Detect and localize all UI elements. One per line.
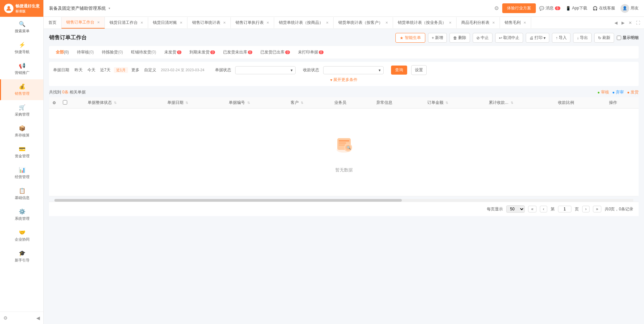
col-config: ⚙ (49, 97, 59, 109)
tab-cash-daily[interactable]: 钱货日清工作台✕ (105, 17, 148, 28)
settings-icon[interactable]: ⚙ (3, 315, 8, 321)
date-today[interactable]: 今天 (86, 67, 97, 74)
date-custom[interactable]: 自定义 (143, 67, 158, 74)
query-button[interactable]: 查询 (391, 66, 407, 75)
sidebar-item-system[interactable]: ⚙️ 系统管理 (0, 204, 43, 225)
delete-button[interactable]: 🗑 删除 (449, 33, 470, 43)
sub-tab-shipped-out[interactable]: 已发货已出库0 (257, 48, 293, 56)
print-button[interactable]: 🖨 打印 ▾ (526, 33, 549, 43)
user-profile-button[interactable]: 👤 用友 (620, 4, 639, 13)
table-body: 🔍 暂无数据 (49, 109, 639, 196)
tab-close-sales-product[interactable]: ✕ (326, 21, 329, 25)
select-all-checkbox[interactable] (63, 100, 67, 105)
sidebar-item-operations[interactable]: 📊 经营管理 (0, 163, 43, 184)
export-button[interactable]: ↓ 导出 (573, 33, 592, 43)
sidebar-item-finance[interactable]: 💳 资金管理 (0, 142, 43, 163)
tabs-close-all-icon[interactable]: ✕ (627, 20, 633, 26)
sub-tab-count-shipped-not-out: 0 (248, 50, 253, 54)
date-1month[interactable]: 近1月 (114, 67, 128, 73)
tab-close-sales-exec[interactable]: ✕ (266, 21, 269, 25)
date-7days[interactable]: 近7天 (99, 67, 112, 74)
message-button[interactable]: 💬 消息 6 (539, 5, 560, 11)
sub-tab-not-printed[interactable]: 未打印单据0 (295, 48, 327, 56)
app-download-button[interactable]: 📱 App下载 (566, 5, 587, 11)
tab-sales-staff[interactable]: 销货单统计表（按业务员）✕ (393, 17, 457, 28)
topbar-settings-icon[interactable]: ⚙ (494, 5, 499, 11)
sub-tab-pending-check[interactable]: 待拣验货(0) (98, 48, 126, 56)
status-select[interactable]: ▾ (235, 66, 296, 74)
sidebar-item-guide[interactable]: 🎓 新手引导 (0, 246, 43, 267)
sub-tab-all[interactable]: 全部(0) (52, 48, 72, 56)
cancel-stop-button[interactable]: ↩ 取消中止 (495, 33, 523, 43)
tab-sales-workbench[interactable]: 销售订单工作台✕ (61, 17, 105, 29)
stop-button[interactable]: ⊘ 中止 (473, 33, 492, 43)
tab-cash-reconcile[interactable]: 钱货日清对账✕ (148, 17, 187, 28)
audit-action[interactable]: ● 审核 (597, 89, 609, 95)
tab-close-margin-analysis[interactable]: ✕ (492, 21, 495, 25)
sidebar-item-inventory[interactable]: 📦 库存核算 (0, 121, 43, 142)
page-label2: 页 (575, 206, 579, 212)
next-page-button[interactable]: › (582, 206, 590, 212)
collapse-icon[interactable]: ◀ (36, 315, 40, 321)
trial-button[interactable]: 体验行业方案 (502, 3, 536, 13)
column-config-icon[interactable]: ⚙ (52, 100, 56, 105)
tab-close-sales-more[interactable]: ✕ (523, 21, 526, 25)
tab-sales-exec[interactable]: 销售订单执行表✕ (231, 17, 274, 28)
system-title-arrow[interactable]: ▾ (109, 6, 110, 10)
date-yesterday[interactable]: 昨天 (73, 67, 84, 74)
refresh-button[interactable]: ↻ 刷新 (594, 33, 614, 43)
cancel-audit-action[interactable]: ● 弃审 (612, 89, 624, 95)
sidebar-item-enterprise[interactable]: 🤝 企业协同 (0, 225, 43, 246)
scrollbar-thumb[interactable] (54, 199, 402, 202)
tab-close-cash-daily[interactable]: ✕ (140, 21, 143, 25)
stop-btn-label: 中止 (481, 35, 489, 41)
tabs-expand-icon[interactable]: ⛶ (635, 20, 641, 26)
sub-tab-shipped-not-out[interactable]: 已发货未出库0 (220, 48, 256, 56)
last-page-button[interactable]: » (593, 206, 601, 212)
tabs-prev-icon[interactable]: ◀ (613, 20, 619, 26)
tab-sales-more[interactable]: 销售毛利✕ (500, 17, 531, 28)
sidebar-item-marketing[interactable]: 📢 营销推广 (0, 58, 43, 79)
sidebar-item-quick-nav[interactable]: ⚡ 快捷导航 (0, 38, 43, 58)
menu-label-system: 系统管理 (15, 216, 30, 221)
tab-sales-product[interactable]: 销货单统计表（按商品）✕ (274, 17, 334, 28)
tab-close-sales-customer[interactable]: ✕ (385, 21, 388, 25)
online-service-button[interactable]: 🎧 在线客服 (593, 5, 615, 11)
sidebar-item-search[interactable]: 🔍 搜索菜单 (0, 17, 43, 38)
prev-page-button[interactable]: ‹ (540, 206, 547, 212)
show-detail-checkbox[interactable] (617, 36, 621, 40)
sub-tab-wangpu-ship[interactable]: 旺铺待发货(0) (128, 48, 160, 56)
per-page-select[interactable]: 10 20 50 100 (506, 205, 525, 213)
tab-close-cash-reconcile[interactable]: ✕ (180, 21, 182, 25)
horizontal-scrollbar[interactable] (54, 199, 633, 202)
sub-tab-pending-review[interactable]: 待审核(0) (74, 48, 97, 56)
sub-tab-count-not-shipped: 0 (177, 50, 182, 54)
sub-tab-not-shipped[interactable]: 未发货0 (161, 48, 185, 56)
smart-generate-button[interactable]: ★ 智能生单 (395, 33, 425, 43)
first-page-button[interactable]: « (528, 206, 536, 212)
sidebar-item-sales[interactable]: 💰 销售管理 (0, 79, 43, 100)
tabs-next-icon[interactable]: ▶ (620, 20, 626, 26)
tab-sales-stat[interactable]: 销售订单统计表✕ (187, 17, 231, 28)
filter-area: 单据日期 昨天 今天 近7天 近1月 更多 自定义 2023-02-24 至 2… (49, 62, 639, 86)
tab-close-sales-stat[interactable]: ✕ (223, 21, 226, 25)
tab-margin-analysis[interactable]: 商品毛利分析表✕ (457, 17, 500, 28)
tab-home[interactable]: 首页 (44, 17, 61, 28)
expand-button[interactable]: ▾ 展开更多条件 (330, 77, 357, 83)
tab-sales-customer[interactable]: 销货单统计表（按客户）✕ (334, 17, 393, 28)
sub-tab-overdue-ship[interactable]: 到期未发货0 (186, 48, 218, 56)
page-input[interactable] (558, 206, 571, 212)
ship-dot: ● (627, 90, 630, 95)
ship-action[interactable]: ● 发货 (627, 89, 639, 95)
import-button[interactable]: ↑ 导入 (552, 33, 570, 43)
add-button[interactable]: + 新增 (428, 33, 447, 43)
date-more[interactable]: 更多 (130, 67, 141, 74)
import-icon: ↑ (556, 36, 558, 40)
tab-close-sales-workbench[interactable]: ✕ (97, 21, 100, 24)
sidebar-item-basic-info[interactable]: 📋 基础信息 (0, 184, 43, 204)
print-btn-label: 打印 (534, 35, 543, 41)
filter-settings-button[interactable]: 设置 (411, 65, 427, 75)
payment-select[interactable]: ▾ (323, 66, 384, 74)
sidebar-item-purchase[interactable]: 🛒 采购管理 (0, 100, 43, 121)
tab-close-sales-staff[interactable]: ✕ (449, 21, 452, 25)
